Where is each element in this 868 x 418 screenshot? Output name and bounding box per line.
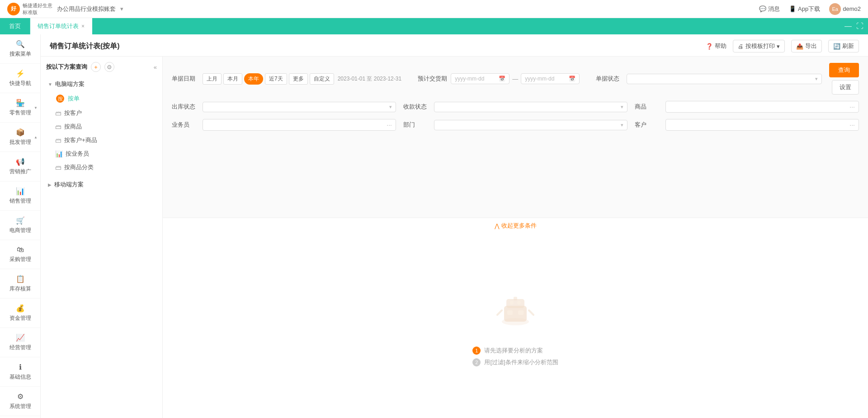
scheme-item-bygoodscat[interactable]: 🗃 按商品分类 <box>53 161 157 174</box>
refresh-button[interactable]: 🔄 刷新 <box>828 40 859 52</box>
customer-more-icon[interactable]: ··· <box>849 121 855 128</box>
sidebar-item-wholesale[interactable]: 📦 批发管理 <box>0 123 40 152</box>
empty-tips: 1 请先选择要分析的方案 2 用[过滤]条件来缩小分析范围 <box>472 347 558 366</box>
expected-date-inputs: yyyy-mm-dd 📅 — yyyy-mm-dd 📅 <box>451 73 580 84</box>
help-icon: ❓ <box>706 43 713 50</box>
receipt-dropdown-icon: ▾ <box>621 104 623 110</box>
app-title-dropdown[interactable]: ▾ <box>120 5 123 12</box>
pc-scheme-section: ▼ 电脑端方案 按 按单 🗃 按客户 <box>46 77 157 174</box>
sidebar-item-basic-info[interactable]: ℹ 基础信息 <box>0 357 40 387</box>
salesperson-more-icon[interactable]: ··· <box>387 121 392 128</box>
scheme-icon-salesperson: 📊 <box>55 150 63 157</box>
template-print-button[interactable]: 🖨 按模板打印 ▾ <box>733 40 785 52</box>
message-button[interactable]: 💬 消息 <box>759 5 780 13</box>
quicknav-icon: ⚡ <box>16 69 25 78</box>
scheme-item-bycustomer[interactable]: 🗃 按客户 <box>53 106 157 120</box>
sidebar-item-quicknav[interactable]: ⚡ 快捷导航 <box>0 64 40 93</box>
operations-icon: 📈 <box>16 333 25 342</box>
svg-line-8 <box>497 310 502 315</box>
edit-scheme-button[interactable]: ⚙ <box>104 62 114 72</box>
tab-home[interactable]: 首页 <box>0 18 30 34</box>
add-scheme-button[interactable]: + <box>91 62 101 72</box>
user-menu[interactable]: Ea demo2 <box>829 3 861 15</box>
goods-select[interactable]: ··· <box>665 101 859 113</box>
query-button[interactable]: 查询 <box>829 63 859 77</box>
sidebar-item-inventory[interactable]: 📋 库存核算 <box>0 269 40 299</box>
scheme-icon-goodscat: 🗃 <box>55 164 61 171</box>
scheme-item-bysalesperson[interactable]: 📊 按业务员 <box>53 147 157 161</box>
date-btn-lastmonth[interactable]: 上月 <box>203 73 222 85</box>
sidebar-item-search[interactable]: 🔍 搜索菜单 <box>0 34 40 64</box>
tip-number-1: 1 <box>472 347 481 355</box>
scheme-item-bygoods[interactable]: 🗃 按商品 <box>53 120 157 133</box>
empty-tip-2: 2 用[过滤]条件来缩小分析范围 <box>472 358 558 366</box>
window-maximize-icon[interactable]: ⛶ <box>856 22 863 30</box>
date-filter-group: 单据日期 上月 本月 本年 近7天 更多 自定义 2023-01-01 至 20… <box>172 73 401 85</box>
sidebar-item-ecommerce[interactable]: 🛒 电商管理 <box>0 211 40 240</box>
date-btn-7days[interactable]: 近7天 <box>265 73 287 85</box>
sidebar-item-enterprise[interactable]: 🤝 企业协同 <box>0 416 40 418</box>
sidebar-item-sales[interactable]: 📊 销售管理 <box>0 181 40 211</box>
calendar-icon-start: 📅 <box>499 76 505 82</box>
sidebar-item-finance[interactable]: 💰 资金管理 <box>0 299 40 328</box>
department-select[interactable]: ▾ <box>434 120 627 130</box>
doc-status-group: 单据状态 ▾ <box>596 74 822 84</box>
export-button[interactable]: 📤 导出 <box>791 40 822 52</box>
help-button[interactable]: ❓ 帮助 <box>706 42 726 50</box>
refresh-icon: 🔄 <box>833 43 840 50</box>
sidebar-item-purchase[interactable]: 🛍 采购管理 <box>0 240 40 269</box>
filter-row-1: 单据日期 上月 本月 本年 近7天 更多 自定义 2023-01-01 至 20… <box>172 63 859 95</box>
date-btn-custom[interactable]: 自定义 <box>310 73 334 85</box>
scheme-icon-goods: 🗃 <box>55 123 61 130</box>
page-actions: ❓ 帮助 🖨 按模板打印 ▾ 📤 导出 🔄 刷新 <box>706 40 859 52</box>
mobile-scheme-parent[interactable]: ▶ 移动端方案 <box>46 178 157 191</box>
empty-illustration <box>493 285 538 339</box>
active-scheme-badge: 按 <box>55 94 65 104</box>
salesperson-select[interactable]: ··· <box>203 119 396 131</box>
dept-dropdown-icon: ▾ <box>621 122 623 128</box>
scheme-icon-customergoods: 🗃 <box>55 137 61 144</box>
pc-scheme-parent[interactable]: ▼ 电脑端方案 <box>46 77 157 91</box>
tab-close-icon[interactable]: × <box>81 23 85 29</box>
svg-line-9 <box>529 310 533 315</box>
svg-rect-3 <box>518 310 524 315</box>
app-download-button[interactable]: 📱 App下载 <box>789 5 820 13</box>
sidebar-item-marketing[interactable]: 📢 营销推广 <box>0 152 40 181</box>
date-btn-thisyear[interactable]: 本年 <box>244 73 263 85</box>
logo-text: 畅捷通好生意 标准版 <box>23 2 52 15</box>
download-icon: 📱 <box>789 5 796 12</box>
sidebar-item-retail[interactable]: 🏪 零售管理 <box>0 93 40 123</box>
sidebar-item-system[interactable]: ⚙ 系统管理 <box>0 387 40 416</box>
window-minimize-icon[interactable]: — <box>844 22 852 30</box>
print-icon: 🖨 <box>738 43 744 50</box>
doc-status-select[interactable]: ▾ <box>627 74 822 84</box>
goods-more-icon[interactable]: ··· <box>849 103 855 110</box>
out-status-select[interactable]: ▾ <box>203 102 396 112</box>
date-btn-thismonth[interactable]: 本月 <box>223 73 242 85</box>
topbar: 好 畅捷通好生意 标准版 办公用品行业模拟账套 ▾ 💬 消息 📱 App下载 E… <box>0 0 868 18</box>
marketing-icon: 📢 <box>16 157 25 166</box>
receipt-status-select[interactable]: ▾ <box>434 102 627 112</box>
setting-button[interactable]: 设置 <box>832 80 859 95</box>
collapse-panel-button[interactable]: « <box>154 64 157 71</box>
expected-date-start[interactable]: yyyy-mm-dd 📅 <box>451 73 509 84</box>
purchase-icon: 🛍 <box>17 246 24 254</box>
tabbar: 首页 销售订单统计表 × — ⛶ <box>0 18 868 34</box>
settings-icon: ⚙ <box>107 64 112 71</box>
customer-select[interactable]: ··· <box>665 119 859 131</box>
basicinfo-icon: ℹ <box>19 363 22 371</box>
calendar-icon-end: 📅 <box>569 76 576 82</box>
scheme-item-bycustomergoods[interactable]: 🗃 按客户+商品 <box>53 133 157 147</box>
collapse-conditions-button[interactable]: ⋀ 收起更多条件 <box>163 218 868 233</box>
scheme-item-byorder[interactable]: 按 按单 <box>53 91 157 106</box>
sidebar-item-operations[interactable]: 📈 经营管理 <box>0 328 40 357</box>
right-area: 单据日期 上月 本月 本年 近7天 更多 自定义 2023-01-01 至 20… <box>163 57 868 418</box>
message-icon: 💬 <box>759 5 766 12</box>
sales-icon: 📊 <box>16 187 25 195</box>
date-btn-more[interactable]: 更多 <box>289 73 308 85</box>
tab-sales-order-stats[interactable]: 销售订单统计表 × <box>30 18 92 34</box>
expected-date-end[interactable]: yyyy-mm-dd 📅 <box>521 73 580 84</box>
date-separator: — <box>512 76 518 82</box>
system-icon: ⚙ <box>17 392 24 401</box>
left-panel: 按以下方案查询 + ⚙ « ▼ 电脑端方案 <box>41 57 163 418</box>
